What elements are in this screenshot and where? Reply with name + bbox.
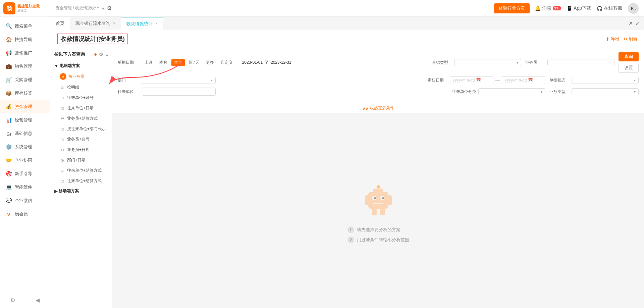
bill-type-filter: 单据类型 ▾ — [432, 59, 521, 66]
date-tab-last7[interactable]: 近7天 — [186, 59, 202, 66]
tab-collection-close[interactable]: × — [155, 21, 158, 26]
scheme-settings-btn[interactable]: ⚙ — [99, 52, 103, 57]
scheme-item-unit-date-label: 往来单位+日期 — [67, 105, 94, 111]
refresh-btn[interactable]: ↻ 刷新 — [624, 36, 637, 42]
sidebar-settings-btn[interactable]: ⚙ — [8, 296, 18, 305]
review-date-label: 审核日期 — [428, 78, 448, 83]
salesman-more-icon: ··· — [609, 61, 611, 64]
scheme-item-unit-dept-collect[interactable]: □ 按往来单位+部门+收... — [50, 124, 112, 134]
scheme-item-salesman[interactable]: ● 按业务员 — [50, 71, 112, 82]
sidebar-collapse-btn[interactable]: ◀ — [33, 296, 42, 305]
purchase-icon: 🛒 — [5, 76, 12, 83]
sidebar-item-enterprise[interactable]: 🤝 企业协同 — [0, 154, 50, 167]
scheme-item-dept-date[interactable]: ⊙ 部门+日期 — [50, 155, 112, 165]
customer-service-btn[interactable]: 🎧 在线客服 — [597, 5, 623, 11]
bill-status-chevron: ▾ — [634, 79, 636, 82]
bill-type-chevron: ▾ — [517, 61, 518, 64]
review-date-start-text: yyyy-mm-dd — [453, 78, 475, 83]
date-range-start: 2023-01-01 — [242, 60, 263, 65]
calendar-icon-2: 📅 — [528, 78, 533, 83]
win-close-btn[interactable]: ✕ — [629, 20, 633, 27]
scheme-item-salesman-date[interactable]: ⊙ 业务员+日期 — [50, 145, 112, 155]
sidebar-item-member[interactable]: V 畅会员 — [0, 207, 50, 221]
logo-text-area: 畅捷通好生意 标准版 — [17, 4, 40, 13]
breadcrumb-chevron[interactable]: ▾ — [102, 6, 104, 11]
scheme-item-unit-account-label: 往来单位+账号 — [67, 95, 94, 101]
svg-rect-1 — [368, 192, 388, 209]
scheme-item-details[interactable]: ≡ 按明细 — [50, 82, 112, 93]
review-date-start[interactable]: yyyy-mm-dd 📅 — [450, 76, 493, 84]
export-btn[interactable]: ⬆ 导出 — [606, 36, 620, 42]
sidebar-item-inventory[interactable]: 📦 库存核算 — [0, 87, 50, 100]
sidebar-item-sales-label: 销售管理 — [15, 63, 32, 69]
logo-name: 畅捷通好生意 — [17, 4, 40, 9]
counterpart-select[interactable]: ··· — [142, 88, 216, 96]
sidebar-item-inventory-label: 库存核算 — [15, 90, 32, 96]
app-download-btn[interactable]: 📱 App下载 — [567, 5, 591, 11]
scheme-item-salesman-settle[interactable]: ☵ 业务员+结算方式 — [50, 113, 112, 124]
sidebar-item-operation-label: 经营管理 — [15, 117, 32, 123]
win-expand-btn[interactable]: ⤢ — [636, 20, 640, 27]
enterprise-icon: 🤝 — [5, 157, 12, 164]
page-header-actions: ⬆ 导出 ↻ 刷新 — [606, 36, 637, 42]
topbar-settings-btn[interactable]: ⚙ — [107, 5, 112, 11]
scheme-item-unit-settle1[interactable]: ≡ 往来单位+结算方式 — [50, 165, 112, 176]
bill-status-select[interactable]: ▾ — [572, 77, 639, 84]
salesman-select[interactable]: ··· — [547, 59, 614, 66]
business-type-label: 业务类型 — [549, 89, 570, 95]
sidebar-item-marketing[interactable]: 📢 营销推广 — [0, 46, 50, 60]
trial-btn[interactable]: 体验行业方案 — [494, 3, 530, 13]
collapse-bar[interactable]: ∧∧ 收起更多条件 — [112, 103, 644, 113]
scheme-group-mobile[interactable]: ▶ 移动端方案 — [50, 186, 112, 196]
tab-bank-close[interactable]: × — [113, 21, 115, 26]
scheme-group-pc[interactable]: ▼ 电脑端方案 — [50, 61, 112, 71]
sidebar-item-hardware[interactable]: 💻 智能硬件 — [0, 181, 50, 194]
user-avatar[interactable]: Rit — [628, 3, 639, 14]
counterpart-more-icon: ··· — [209, 89, 213, 94]
unit-dept-collect-icon: □ — [60, 126, 65, 132]
counterpart-category-select[interactable]: ▾ — [478, 88, 545, 95]
date-tab-this-year[interactable]: 本年 — [171, 59, 185, 66]
date-tab-last-month[interactable]: 上月 — [142, 59, 155, 66]
sidebar-item-hardware-label: 智能硬件 — [15, 184, 32, 190]
scheme-panel: 按以下方案查询 + ⚙ « ▼ 电脑端方案 ● — [50, 48, 112, 308]
tab-bank[interactable]: 现金银行流水查询 × — [70, 17, 121, 30]
scheme-collapse-btn[interactable]: « — [105, 52, 108, 57]
scheme-add-btn[interactable]: + — [94, 51, 97, 57]
tab-home[interactable]: 首页 — [50, 17, 70, 30]
scheme-item-unit-settle2[interactable]: □ 往来单位+结算方式 — [50, 176, 112, 186]
collapse-btn[interactable]: ∧∧ 收起更多条件 — [363, 105, 394, 111]
scheme-panel-header: 按以下方案查询 + ⚙ « — [50, 48, 112, 61]
scheme-item-dept-date-label: 部门+日期 — [67, 157, 86, 163]
scheme-item-salesman-account[interactable]: □ 业务员+账号 — [50, 134, 112, 145]
notification-btn[interactable]: 🔔 消息 99+ — [535, 5, 561, 11]
sidebar-item-capital[interactable]: 💰 资金管理 — [0, 100, 50, 113]
sidebar-item-operation[interactable]: 📊 经营管理 — [0, 113, 50, 127]
business-type-select[interactable]: ▾ — [572, 88, 639, 95]
review-date-end[interactable]: yyyy-mm-dd 📅 — [502, 76, 545, 84]
sidebar-item-search[interactable]: 🔍 搜索菜单 — [0, 19, 50, 33]
scheme-item-unit-date[interactable]: □ 往来单位+日期 — [50, 103, 112, 113]
date-tab-more[interactable]: 更多 — [203, 59, 217, 66]
query-btn[interactable]: 查询 — [619, 52, 639, 61]
tabbar: 首页 现金银行流水查询 × 收款情况统计 × ✕ ⤢ — [50, 17, 644, 30]
sidebar-item-system[interactable]: ⚙️ 系统管理 — [0, 140, 50, 154]
sidebar-item-quick[interactable]: 🏠 快捷导航 — [0, 33, 50, 46]
tab-collection[interactable]: 收款情况统计 × — [121, 17, 163, 30]
sidebar-item-sales[interactable]: 💼 销售管理 — [0, 60, 50, 73]
bill-type-select[interactable]: ▾ — [454, 59, 521, 66]
date-tab-custom[interactable]: 自定义 — [218, 59, 235, 66]
sidebar-item-basic[interactable]: 🗂 基础信息 — [0, 127, 50, 140]
refresh-icon: ↻ — [624, 37, 627, 42]
dept-select[interactable]: ▾ — [142, 77, 216, 84]
date-tab-this-month[interactable]: 本月 — [157, 59, 170, 66]
sidebar-item-purchase[interactable]: 🛒 采购管理 — [0, 73, 50, 87]
scheme-item-unit-account[interactable]: □ 往来单位+账号 — [50, 93, 112, 103]
sidebar-item-weixin[interactable]: 💬 企业微信 — [0, 194, 50, 207]
scheme-item-unit-dept-collect-label: 按往来单位+部门+收... — [67, 126, 107, 132]
sidebar-item-guide[interactable]: 🎯 新手引导 — [0, 167, 50, 181]
bill-status-label: 单据状态 — [549, 78, 570, 83]
counterpart-category-chevron: ▾ — [541, 90, 542, 94]
sidebar-item-guide-label: 新手引导 — [15, 171, 32, 177]
filter-settings-btn[interactable]: 设置 — [619, 63, 639, 73]
